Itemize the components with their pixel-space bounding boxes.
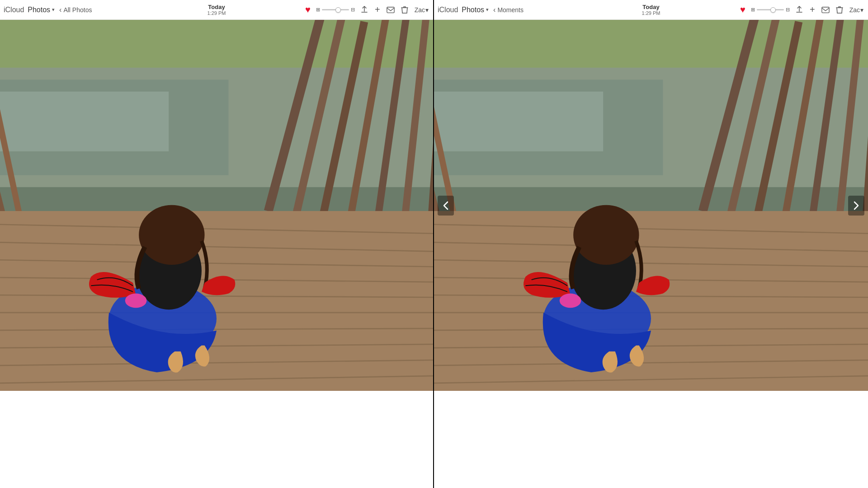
right-zoom-thumb	[770, 7, 776, 13]
right-brand[interactable]: iCloud Photos ▾	[438, 6, 489, 14]
left-photos-text: Photos	[28, 6, 50, 14]
right-zoom-max-icon: ⊟	[786, 7, 790, 13]
left-nav[interactable]: ‹ All Photos	[59, 6, 92, 14]
right-zoom-min-icon: ⊞	[751, 7, 755, 13]
left-bottom-bar	[0, 391, 433, 488]
left-user-chevron: ▾	[425, 6, 429, 14]
left-delete-button[interactable]	[400, 5, 409, 15]
svg-rect-26	[0, 211, 433, 391]
right-nav[interactable]: ‹ Moments	[493, 6, 524, 14]
right-icloud-text: iCloud	[438, 6, 458, 14]
right-toolbar: iCloud Photos ▾ ‹ Moments Today 1:29 PM …	[434, 0, 868, 20]
right-user-button[interactable]: Zac ▾	[849, 5, 864, 14]
left-brand-space	[25, 6, 27, 14]
right-nav-text: Moments	[497, 6, 524, 14]
left-zoom-slider[interactable]	[322, 9, 349, 10]
left-icloud-text: iCloud	[4, 6, 24, 14]
right-delete-button[interactable]	[835, 5, 844, 15]
svg-point-81	[560, 294, 581, 308]
right-brand-space	[459, 6, 461, 14]
right-toolbar-center: Today 1:29 PM	[642, 4, 660, 16]
svg-point-40	[125, 294, 147, 308]
left-image-container	[0, 20, 433, 391]
left-brand[interactable]: iCloud Photos ▾	[4, 6, 55, 14]
left-toolbar: iCloud Photos ▾ ‹ All Photos Today 1:29 …	[0, 0, 433, 20]
svg-point-39	[139, 205, 204, 265]
left-photo-scene	[0, 20, 433, 391]
right-zoom-slider[interactable]	[757, 9, 784, 10]
right-time: 1:29 PM	[642, 10, 660, 16]
right-share-button[interactable]	[821, 5, 830, 15]
left-pane: iCloud Photos ▾ ‹ All Photos Today 1:29 …	[0, 0, 434, 488]
right-add-button[interactable]: +	[809, 4, 816, 16]
left-date: Today	[208, 4, 225, 10]
svg-rect-67	[434, 211, 868, 391]
svg-rect-0	[387, 7, 394, 13]
left-toolbar-center: Today 1:29 PM	[208, 4, 226, 16]
right-bottom-bar	[434, 391, 868, 488]
left-zoom-thumb	[335, 7, 341, 13]
svg-rect-41	[822, 7, 829, 13]
right-brand-chevron[interactable]: ▾	[486, 7, 489, 13]
svg-point-80	[573, 205, 639, 265]
next-photo-button[interactable]	[848, 196, 864, 216]
left-nav-text: All Photos	[63, 6, 92, 14]
right-photo-scene	[434, 20, 868, 391]
right-toolbar-actions: ♥ ⊞ ⊟ +	[739, 4, 864, 16]
left-add-button[interactable]: +	[374, 4, 381, 16]
right-pane: iCloud Photos ▾ ‹ Moments Today 1:29 PM …	[434, 0, 868, 488]
right-photo	[434, 20, 868, 391]
left-zoom-control[interactable]: ⊞ ⊟	[316, 7, 355, 13]
left-toolbar-actions: ♥ ⊞ ⊟ +	[304, 4, 429, 16]
right-user-chevron: ▾	[860, 6, 863, 14]
svg-rect-47	[434, 92, 603, 151]
left-user-button[interactable]: Zac ▾	[414, 5, 429, 14]
left-user-name: Zac	[415, 6, 425, 14]
right-date: Today	[642, 4, 659, 10]
right-photos-text: Photos	[462, 6, 484, 14]
left-photo	[0, 20, 433, 391]
right-back-arrow[interactable]: ‹	[493, 6, 495, 14]
left-brand-chevron[interactable]: ▾	[52, 7, 55, 13]
left-time: 1:29 PM	[208, 10, 226, 16]
prev-photo-button[interactable]	[438, 196, 454, 216]
left-upload-button[interactable]	[359, 5, 369, 15]
left-zoom-max-icon: ⊟	[351, 7, 355, 13]
left-zoom-min-icon: ⊞	[316, 7, 320, 13]
right-upload-button[interactable]	[794, 5, 804, 15]
left-share-button[interactable]	[386, 5, 396, 15]
left-back-arrow[interactable]: ‹	[59, 6, 61, 14]
right-image-container	[434, 20, 868, 391]
right-user-name: Zac	[849, 6, 860, 14]
svg-rect-6	[0, 92, 169, 151]
left-heart-button[interactable]: ♥	[304, 4, 311, 16]
right-heart-button[interactable]: ♥	[739, 4, 746, 16]
right-zoom-control[interactable]: ⊞ ⊟	[751, 7, 790, 13]
